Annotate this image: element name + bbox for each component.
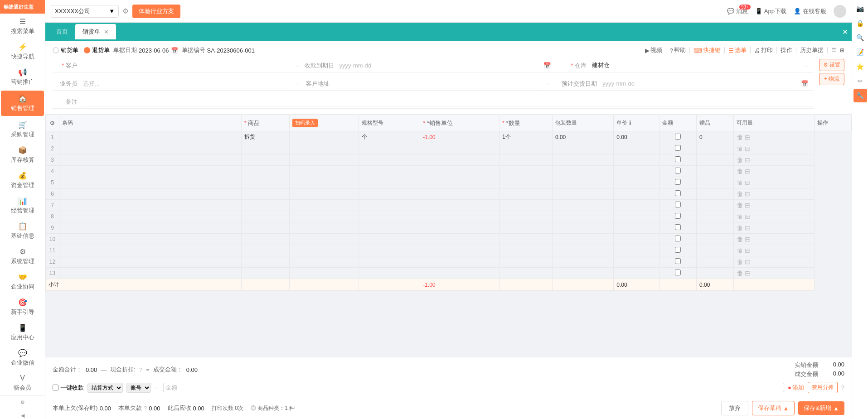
cell-unit-3[interactable] [359,166,420,177]
save-draft-btn[interactable]: 保存草稿 ▲ [752,401,795,415]
cell-price-6[interactable] [552,200,613,211]
save-new-btn[interactable]: 保存&新增 ▲ [798,401,844,415]
cell-gift-1[interactable] [659,143,696,154]
cell-unit-10[interactable] [359,245,420,256]
payment-calendar-icon[interactable]: 📅 [543,62,551,69]
cell-barcode-1[interactable] [59,143,242,154]
th-gear[interactable]: ⚙ [46,115,59,131]
sidebar-item-purchase[interactable]: 🛒采购管理 [0,117,45,142]
sidebar-item-operations[interactable]: 📊经营管理 [0,193,45,218]
cell-gift-5[interactable] [659,188,696,200]
cell-spec-4[interactable] [289,177,359,188]
tab-close-icon[interactable]: ✕ [104,29,109,35]
sidebar-item-sales[interactable]: 🏠销售管理 [1,91,44,116]
cell-amount-1[interactable] [614,143,659,154]
right-panel-note[interactable]: 📝 [853,45,867,59]
cell-unit-2[interactable] [359,154,420,166]
cell-price-10[interactable] [552,245,613,256]
cell-product-0[interactable]: 拆货 [241,131,289,143]
cell-qty-6[interactable] [420,200,499,211]
cell-product-11[interactable] [241,256,289,268]
logistics-side-btn[interactable]: + 物流 [819,73,844,85]
cell-barcode-4[interactable] [59,177,242,188]
cell-qty-2[interactable] [420,154,499,166]
right-panel-zoom[interactable]: 🔍 [853,31,867,44]
cell-unit-8[interactable] [359,222,420,234]
sidebar-item-member[interactable]: V畅会员 [0,371,45,395]
delete-icon-0[interactable]: 🗑 [737,134,743,141]
fee-split-btn[interactable]: 费用分摊 [808,382,838,393]
cell-price-12[interactable] [552,268,613,279]
cell-pkgqty-9[interactable] [499,234,552,245]
cell-spec-10[interactable] [289,245,359,256]
salesperson-input[interactable] [81,79,291,88]
sidebar-item-inventory[interactable]: 📦库存核算 [0,142,45,168]
cell-qty-8[interactable] [420,222,499,234]
cell-product-3[interactable] [241,166,289,177]
cell-spec-12[interactable] [289,268,359,279]
cell-product-2[interactable] [241,154,289,166]
cell-spec-6[interactable] [289,200,359,211]
cell-barcode-7[interactable] [59,211,242,222]
cell-price-1[interactable] [552,143,613,154]
cell-barcode-5[interactable] [59,188,242,200]
cell-amount-0[interactable]: 0.00 [614,131,659,143]
delete-icon-3[interactable]: 🗑 [737,168,743,175]
cell-unit-6[interactable] [359,200,420,211]
sidebar-item-search[interactable]: ☰搜索菜单 [0,14,45,39]
cell-barcode-6[interactable] [59,200,242,211]
copy-icon-8[interactable]: ⊟ [745,224,750,231]
cell-amount-10[interactable] [614,245,659,256]
delete-icon-10[interactable]: 🗑 [737,247,743,254]
calendar-icon[interactable]: 📅 [171,47,178,54]
sidebar-collapse-btn[interactable]: ◀ [0,409,45,419]
right-panel-lock[interactable]: 🔒 [853,16,867,30]
notes-input[interactable] [81,97,814,106]
cell-amount-12[interactable] [614,268,659,279]
cell-barcode-2[interactable] [59,154,242,166]
cell-pkgqty-4[interactable] [499,177,552,188]
cell-qty-5[interactable] [420,188,499,200]
cell-spec-2[interactable] [289,154,359,166]
cell-barcode-0[interactable] [59,131,242,143]
right-panel-tool[interactable]: 🔧 [853,89,867,102]
sidebar-item-basic[interactable]: 📋基础信息 [0,218,45,244]
payment-method-select[interactable]: 结算方式 [87,383,123,393]
cell-amount-5[interactable] [614,188,659,200]
history-btn[interactable]: 历史单据 [800,46,824,54]
right-panel-star[interactable]: ⭐ [853,60,867,73]
cell-price-9[interactable] [552,234,613,245]
cell-product-10[interactable] [241,245,289,256]
cell-barcode-12[interactable] [59,268,242,279]
cell-price-11[interactable] [552,256,613,268]
cell-pkgqty-10[interactable] [499,245,552,256]
sidebar-settings-btn[interactable]: ⚙ [0,396,45,409]
delete-icon-5[interactable]: 🗑 [737,190,743,197]
cell-gift-4[interactable] [659,177,696,188]
cell-pkgqty-1[interactable] [499,143,552,154]
delete-icon-9[interactable]: 🗑 [737,236,743,243]
cell-qty-11[interactable] [420,256,499,268]
docno-value[interactable]: SA-20230606-001 [207,47,255,54]
delete-icon-4[interactable]: 🗑 [737,179,743,186]
cell-product-1[interactable] [241,143,289,154]
customer-addr-input[interactable] [333,79,543,88]
cell-unit-7[interactable] [359,211,420,222]
cell-product-12[interactable] [241,268,289,279]
sidebar-item-newbie[interactable]: 🎯新手引导 [0,294,45,320]
cell-price-3[interactable] [552,166,613,177]
cell-price-0[interactable]: 0.00 [552,131,613,143]
cell-gift-9[interactable] [659,234,696,245]
cell-pkgqty-0[interactable]: 1个 [499,131,552,143]
cell-gift-3[interactable] [659,166,696,177]
cell-amount-11[interactable] [614,256,659,268]
company-select[interactable]: XXXXXX公司 ▼ [51,5,119,18]
delivery-date-input[interactable] [601,79,797,88]
cell-gift-12[interactable] [659,268,696,279]
copy-icon-5[interactable]: ⊟ [745,190,750,197]
customer-input[interactable] [81,61,291,70]
cell-unit-1[interactable] [359,143,420,154]
delete-icon-7[interactable]: 🗑 [737,213,743,220]
cell-qty-12[interactable] [420,268,499,279]
cell-gift-10[interactable] [659,245,696,256]
